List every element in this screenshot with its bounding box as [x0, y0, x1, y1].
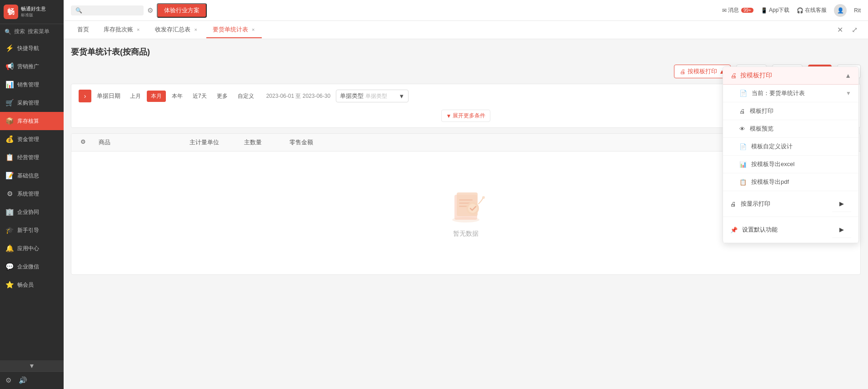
col-settings[interactable]: ⚙ [77, 134, 95, 151]
date-btn-more[interactable]: 更多 [213, 91, 232, 102]
page-title: 要货单统计表(按商品) [71, 46, 861, 57]
print-icon: 🖨 [680, 68, 686, 75]
sidebar-item-basic[interactable]: 📝 基础信息 [0, 167, 64, 185]
gear-icon[interactable]: ⚙ [147, 6, 153, 15]
sidebar-item-guide[interactable]: 🎓 新手引导 [0, 221, 64, 239]
sidebar-item-enterprise[interactable]: 🏢 企业协同 [0, 203, 64, 221]
template-preview-label: 模板预览 [750, 125, 773, 133]
template-design-icon: 📄 [739, 143, 747, 150]
sidebar-item-member[interactable]: ⭐ 畅会员 [0, 276, 64, 294]
sidebar-search[interactable]: 🔍 搜索 搜索菜单 [0, 24, 64, 39]
tab-home[interactable]: 首页 [71, 22, 95, 38]
sidebar-item-sales[interactable]: 📊 销售管理 [0, 76, 64, 94]
col-product: 商品 [95, 134, 186, 151]
date-buttons: 上月 本月 本年 近7天 更多 自定义 [126, 91, 258, 102]
sidebar-item-label: 畅会员 [17, 281, 34, 289]
sidebar: 畅 畅通好生意 标准版 🔍 搜索 搜索菜单 ⚡ 快捷导航 📢 营销推广 📊 销售… [0, 0, 64, 389]
search-icon: 🔍 [5, 29, 11, 35]
dropdown-item-template-preview[interactable]: 👁 模板预览 [723, 120, 858, 138]
trial-button[interactable]: 体验行业方案 [157, 3, 207, 18]
marketing-icon: 📢 [5, 62, 14, 71]
sidebar-item-label: 经营管理 [17, 154, 39, 162]
expand-filter-button[interactable]: ▼ 展开更多条件 [441, 110, 491, 122]
online-service-action[interactable]: 🎧 在线客服 [797, 6, 827, 14]
date-btn-last-month[interactable]: 上月 [126, 91, 145, 102]
doc-type-label: 单据类型 [340, 92, 364, 100]
date-btn-7days[interactable]: 近7天 [189, 91, 211, 102]
tab-maximize-btn[interactable]: ⤢ [848, 24, 861, 36]
sidebar-item-label: 资金管理 [17, 136, 39, 143]
template-excel-label: 按模板导出excel [751, 160, 794, 168]
dropdown-collapse-icon[interactable]: ▲ [845, 72, 851, 79]
print-template-label: 按模板打印 [688, 67, 717, 76]
tab-close-receipt[interactable]: × [193, 27, 198, 32]
app-download-label: App下载 [769, 6, 789, 14]
service-icon: 🎧 [797, 7, 803, 14]
online-service-label: 在线客服 [805, 6, 827, 14]
sidebar-item-label: 营销推广 [17, 63, 39, 71]
tab-receipt-summary[interactable]: 收发存汇总表 × [149, 22, 204, 38]
set-default-label: 设置默认功能 [742, 226, 778, 234]
sound-icon[interactable]: 🔊 [19, 376, 27, 384]
sidebar-nav: ⚡ 快捷导航 📢 营销推广 📊 销售管理 🛒 采购管理 📦 库存核算 💰 资金管… [0, 39, 64, 360]
wechat-icon: 💬 [5, 263, 14, 271]
date-btn-this-month[interactable]: 本月 [147, 91, 166, 102]
logo-icon: 畅 [4, 5, 18, 19]
sidebar-item-app[interactable]: 🔔 应用中心 [0, 239, 64, 258]
sidebar-item-label: 新手引导 [17, 227, 39, 234]
template-design-label: 模板自定义设计 [751, 142, 793, 151]
dropdown-section-display-print[interactable]: 🖨 按显示打印 ▶ [723, 191, 858, 217]
sidebar-item-label: 企业微信 [17, 263, 39, 271]
member-icon: ⭐ [5, 281, 14, 289]
app-download-action[interactable]: 📱 App下载 [761, 6, 789, 14]
date-btn-custom[interactable]: 自定义 [234, 91, 258, 102]
dropdown-item-template-pdf[interactable]: 📋 按模板导出pdf [723, 173, 858, 191]
dropdown-item-template-print[interactable]: 🖨 模板打印 [723, 102, 858, 120]
dropdown-header: 🖨 按模板打印 ▲ [723, 67, 858, 85]
expand-label: 展开更多条件 [453, 112, 485, 120]
filter-toggle[interactable]: › [79, 90, 91, 102]
tab-home-label: 首页 [77, 25, 89, 34]
user-avatar[interactable]: 👤 [834, 4, 847, 17]
svg-point-7 [468, 204, 477, 213]
template-print-icon: 🖨 [739, 108, 745, 115]
dropdown-section-set-default[interactable]: 📌 设置默认功能 ▶ [723, 217, 858, 243]
tab-close-inventory-batch[interactable]: × [136, 27, 140, 32]
tab-order-stats[interactable]: 要货单统计表 × [206, 22, 262, 38]
sidebar-item-label: 系统管理 [17, 190, 39, 198]
dropdown-item-template-design[interactable]: 📄 模板自定义设计 [723, 138, 858, 156]
sidebar-scroll-down[interactable]: ▼ [0, 360, 64, 371]
top-search[interactable]: 🔍 [71, 5, 144, 15]
print-icon: 🖨 [730, 72, 737, 79]
guide-icon: 🎓 [5, 226, 14, 234]
col-unit: 主计量单位 [186, 134, 240, 151]
sidebar-item-label: 快捷导航 [17, 45, 39, 52]
display-print-icon: 🖨 [730, 201, 736, 207]
sidebar-item-inventory[interactable]: 📦 库存核算 [0, 112, 64, 130]
message-badge: 99+ [741, 8, 753, 13]
tab-close-order-stats[interactable]: × [251, 27, 255, 32]
message-action[interactable]: ✉ 消息 99+ [722, 6, 753, 14]
tab-inventory-batch[interactable]: 库存批次账 × [97, 22, 147, 38]
current-chevron: ▼ [846, 90, 851, 96]
sidebar-item-wechat[interactable]: 💬 企业微信 [0, 258, 64, 276]
sidebar-item-label: 采购管理 [17, 99, 39, 107]
username: Rit [854, 7, 861, 14]
tab-close-btn[interactable]: ✕ [833, 24, 846, 36]
date-btn-this-year[interactable]: 本年 [168, 91, 187, 102]
sidebar-item-purchase[interactable]: 🛒 采购管理 [0, 94, 64, 112]
sidebar-item-marketing[interactable]: 📢 营销推广 [0, 57, 64, 76]
sidebar-item-finance[interactable]: 💰 资金管理 [0, 130, 64, 148]
enterprise-icon: 🏢 [5, 208, 14, 216]
sidebar-item-quick-nav[interactable]: ⚡ 快捷导航 [0, 39, 64, 57]
sidebar-item-operation[interactable]: 📋 经营管理 [0, 148, 64, 167]
doc-type-select[interactable]: 单据类型 单据类型 ▼ [336, 90, 409, 102]
settings-icon[interactable]: ⚙ [5, 376, 11, 384]
template-preview-icon: 👁 [739, 126, 745, 132]
purchase-icon: 🛒 [5, 99, 14, 107]
template-print-label: 模板打印 [750, 107, 773, 115]
basic-icon: 📝 [5, 172, 14, 180]
sidebar-item-system[interactable]: ⚙ 系统管理 [0, 185, 64, 203]
dropdown-item-template-excel[interactable]: 📊 按模板导出excel [723, 156, 858, 173]
app-badge: 标准版 [21, 12, 46, 18]
